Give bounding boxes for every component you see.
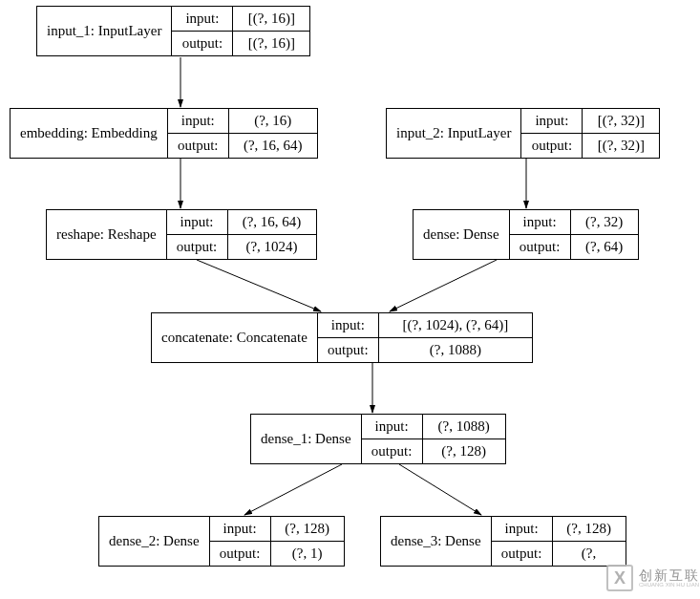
io-value-input: [(?, 1024), (?, 64)] (379, 313, 532, 337)
io-label-output: output: (492, 542, 553, 566)
node-name: dense_2: Dense (99, 517, 210, 566)
node-io: input: (?, 16, 64) output: (?, 1024) (167, 210, 316, 259)
node-name: dense: Dense (414, 210, 510, 259)
node-io: input: [(?, 16)] output: [(?, 16)] (172, 7, 309, 55)
io-label-input: input: (318, 313, 379, 337)
io-value-input: (?, 16, 64) (228, 210, 316, 234)
io-label-output: output: (521, 134, 583, 158)
watermark: X 创新互联 CHUANG XIN HU LIAN (606, 565, 700, 591)
node-name: dense_1: Dense (251, 415, 362, 463)
node-io: input: [(?, 1024), (?, 64)] output: (?, … (318, 313, 532, 362)
watermark-text-top: 创新互联 (639, 568, 700, 582)
node-name: reshape: Reshape (47, 210, 167, 259)
io-value-output: (?, 1024) (228, 235, 316, 259)
io-value-output: [(?, 16)] (233, 32, 309, 55)
svg-line-3 (197, 260, 321, 311)
node-name: input_2: InputLayer (387, 109, 521, 158)
watermark-text-bottom: CHUANG XIN HU LIAN (639, 582, 700, 588)
node-name: embedding: Embedding (11, 109, 168, 158)
watermark-logo-icon: X (606, 565, 633, 591)
io-value-input: (?, 32) (571, 210, 638, 234)
io-label-output: output: (167, 235, 228, 259)
io-value-input: (?, 128) (271, 517, 344, 541)
io-label-input: input: (172, 7, 233, 31)
svg-line-7 (399, 464, 481, 515)
node-input_1: input_1: InputLayer input: [(?, 16)] out… (36, 6, 310, 56)
io-value-input: [(?, 32)] (583, 109, 659, 133)
node-io: input: [(?, 32)] output: [(?, 32)] (521, 109, 659, 158)
node-io: input: (?, 1088) output: (?, 128) (362, 415, 505, 463)
node-io: input: (?, 16) output: (?, 16, 64) (168, 109, 317, 158)
io-label-input: input: (510, 210, 571, 234)
io-value-input: (?, 128) (553, 517, 626, 541)
node-io: input: (?, 32) output: (?, 64) (510, 210, 638, 259)
io-value-output: [(?, 32)] (583, 134, 659, 158)
node-dense_3: dense_3: Dense input: (?, 128) output: (… (380, 516, 626, 567)
node-concatenate: concatenate: Concatenate input: [(?, 102… (151, 312, 533, 363)
graph-edges (0, 0, 700, 599)
io-label-input: input: (167, 210, 228, 234)
node-io: input: (?, 128) output: (?, 1) (210, 517, 344, 566)
node-name: dense_3: Dense (381, 517, 492, 566)
node-name: input_1: InputLayer (37, 7, 172, 55)
io-value-output: (?, 1088) (379, 338, 532, 362)
svg-line-6 (244, 464, 342, 515)
svg-line-4 (390, 260, 497, 311)
io-value-input: [(?, 16)] (233, 7, 309, 31)
io-label-input: input: (168, 109, 229, 133)
io-label-output: output: (318, 338, 379, 362)
node-reshape: reshape: Reshape input: (?, 16, 64) outp… (46, 209, 317, 260)
io-label-output: output: (172, 32, 233, 55)
node-dense: dense: Dense input: (?, 32) output: (?, … (413, 209, 639, 260)
io-label-input: input: (210, 517, 271, 541)
io-value-output: (?, 128) (423, 439, 505, 463)
node-input_2: input_2: InputLayer input: [(?, 32)] out… (386, 108, 660, 159)
io-value-output: (?, (553, 542, 626, 566)
node-dense_2: dense_2: Dense input: (?, 128) output: (… (98, 516, 345, 567)
io-label-output: output: (510, 235, 571, 259)
io-value-output: (?, 64) (571, 235, 638, 259)
node-io: input: (?, 128) output: (?, (492, 517, 626, 566)
io-label-input: input: (362, 415, 423, 439)
node-embedding: embedding: Embedding input: (?, 16) outp… (10, 108, 318, 159)
io-value-output: (?, 16, 64) (229, 134, 317, 158)
node-name: concatenate: Concatenate (152, 313, 318, 362)
io-label-input: input: (492, 517, 553, 541)
io-label-input: input: (521, 109, 583, 133)
io-value-input: (?, 16) (229, 109, 317, 133)
io-value-input: (?, 1088) (423, 415, 505, 439)
io-label-output: output: (362, 439, 423, 463)
io-label-output: output: (210, 542, 271, 566)
io-label-output: output: (168, 134, 229, 158)
node-dense_1: dense_1: Dense input: (?, 1088) output: … (250, 414, 506, 464)
io-value-output: (?, 1) (271, 542, 344, 566)
